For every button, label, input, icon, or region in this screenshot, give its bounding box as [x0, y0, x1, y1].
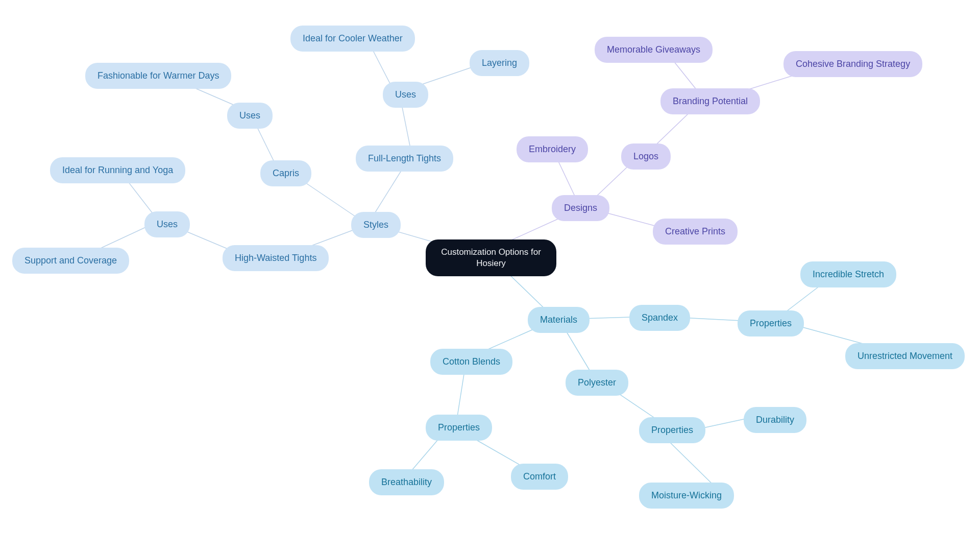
node-high-waisted-uses[interactable]: Uses	[144, 211, 190, 237]
node-comfort[interactable]: Comfort	[511, 464, 568, 490]
node-cotton-properties[interactable]: Properties	[426, 415, 492, 441]
node-branding-potential[interactable]: Branding Potential	[660, 88, 760, 114]
node-full-length[interactable]: Full-Length Tights	[356, 146, 453, 172]
node-materials[interactable]: Materials	[528, 307, 590, 333]
node-embroidery[interactable]: Embroidery	[517, 136, 588, 162]
node-unrestricted-movement[interactable]: Unrestricted Movement	[845, 343, 965, 369]
node-polyester[interactable]: Polyester	[566, 370, 628, 396]
node-full-length-uses[interactable]: Uses	[383, 82, 428, 108]
node-cooler-weather[interactable]: Ideal for Cooler Weather	[290, 26, 415, 52]
node-giveaways[interactable]: Memorable Giveaways	[595, 37, 713, 63]
node-support-coverage[interactable]: Support and Coverage	[12, 248, 129, 274]
node-polyester-properties[interactable]: Properties	[639, 417, 705, 443]
node-designs[interactable]: Designs	[552, 195, 609, 221]
node-moisture-wicking[interactable]: Moisture-Wicking	[639, 483, 734, 509]
node-creative-prints[interactable]: Creative Prints	[653, 219, 738, 245]
node-logos[interactable]: Logos	[621, 143, 671, 170]
node-capris[interactable]: Capris	[260, 160, 311, 186]
node-spandex-properties[interactable]: Properties	[738, 310, 804, 336]
node-cotton-blends[interactable]: Cotton Blends	[430, 349, 512, 375]
node-high-waisted[interactable]: High-Waisted Tights	[223, 245, 329, 271]
node-warmer-days[interactable]: Fashionable for Warmer Days	[85, 63, 231, 89]
node-incredible-stretch[interactable]: Incredible Stretch	[800, 261, 896, 287]
root-node[interactable]: Customization Options for Hosiery	[426, 239, 556, 276]
node-layering[interactable]: Layering	[470, 50, 529, 76]
node-durability[interactable]: Durability	[744, 407, 806, 433]
node-spandex[interactable]: Spandex	[629, 305, 690, 331]
node-capris-uses[interactable]: Uses	[227, 103, 273, 129]
node-running-yoga[interactable]: Ideal for Running and Yoga	[50, 157, 185, 183]
node-cohesive-branding[interactable]: Cohesive Branding Strategy	[783, 51, 922, 77]
node-styles[interactable]: Styles	[351, 212, 401, 238]
node-breathability[interactable]: Breathability	[369, 469, 444, 495]
